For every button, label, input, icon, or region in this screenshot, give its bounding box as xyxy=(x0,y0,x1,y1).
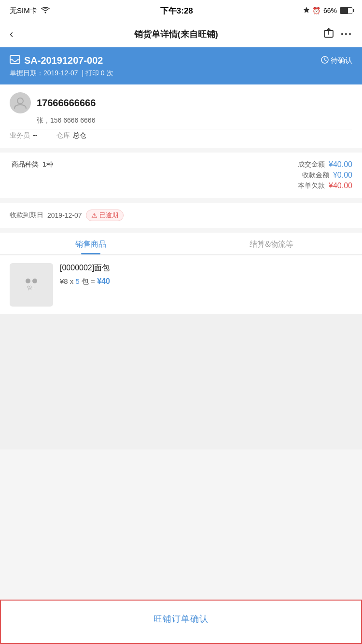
nav-bar: ‹ 销货单详情(来自旺铺) ··· xyxy=(0,21,362,47)
warning-icon: ⚠ xyxy=(91,211,97,219)
status-text: 待确认 xyxy=(331,56,352,65)
product-unit: 包 xyxy=(82,277,89,285)
battery-text: 66% xyxy=(323,7,337,14)
collected-amount-value: ¥0.00 xyxy=(333,171,352,180)
transaction-amount-row: 成交金额 ¥40.00 xyxy=(298,160,352,169)
alarm-icon: ⏰ xyxy=(312,7,320,14)
collected-amount-row: 收款金额 ¥0.00 xyxy=(302,171,352,180)
owl-eye-left xyxy=(26,279,30,283)
status-left: 无SIM卡 xyxy=(10,6,50,15)
confirm-button[interactable]: 旺铺订单确认 xyxy=(11,606,351,631)
product-total: ¥40 xyxy=(97,277,110,285)
svg-point-7 xyxy=(17,98,23,104)
product-quantity: 5 xyxy=(76,277,80,285)
owed-amount-row: 本单欠款 ¥40.00 xyxy=(298,182,352,190)
sales-rep-value: -- xyxy=(33,131,37,140)
due-date-value: 2019-12-07 xyxy=(47,211,82,219)
owl-logo: 管+ xyxy=(26,279,37,292)
product-item: 管+ [0000002]面包 ¥8 x 5 包 = ¥40 xyxy=(0,255,362,314)
owl-text: 管+ xyxy=(27,284,35,292)
avatar xyxy=(10,92,31,113)
status-time: 下午3:28 xyxy=(160,5,193,16)
summary-left: 商品种类 1种 xyxy=(10,160,53,170)
svg-point-0 xyxy=(44,12,46,13)
equals-sign: = xyxy=(91,277,97,285)
warehouse-item: 仓库 总仓 xyxy=(56,131,86,140)
transaction-amount-label: 成交金额 xyxy=(298,160,325,169)
owl-eye-right xyxy=(32,279,37,283)
overdue-badge: ⚠ 已逾期 xyxy=(86,210,124,221)
inbox-icon xyxy=(10,55,20,66)
order-header: SA-20191207-002 待确认 单据日期：2019-12-07 | 打印… xyxy=(0,47,362,84)
svg-line-6 xyxy=(325,60,326,61)
warehouse-value: 总仓 xyxy=(73,131,86,140)
product-type-label: 商品种类 xyxy=(12,160,39,168)
product-price-row: ¥8 x 5 包 = ¥40 xyxy=(60,277,352,286)
sales-rep-item: 业务员 -- xyxy=(10,131,37,140)
tabs-bar: 销售商品 结算&物流等 xyxy=(0,233,362,255)
multiply-sign: x xyxy=(70,277,76,285)
tab-sales-products[interactable]: 销售商品 xyxy=(0,233,181,254)
product-thumbnail: 管+ xyxy=(10,263,53,307)
carrier-text: 无SIM卡 xyxy=(10,6,37,15)
nav-actions: ··· xyxy=(323,28,352,41)
sales-rep-label: 业务员 xyxy=(10,131,30,140)
due-date-card: 收款到期日 2019-12-07 ⚠ 已逾期 xyxy=(0,203,362,228)
customer-card: 17666666666 张，156 6666 6666 业务员 -- 仓库 总仓 xyxy=(0,84,362,148)
product-type-value: 1种 xyxy=(42,160,53,168)
product-name: [0000002]面包 xyxy=(60,263,352,273)
transaction-amount-value: ¥40.00 xyxy=(329,160,352,169)
tab-settlement-logistics[interactable]: 结算&物流等 xyxy=(181,233,362,254)
status-bar: 无SIM卡 下午3:28 ⏰ 66% xyxy=(0,0,362,21)
order-meta: 单据日期：2019-12-07 | 打印 0 次 xyxy=(10,69,352,78)
overdue-text: 已逾期 xyxy=(99,211,118,220)
order-status: 待确认 xyxy=(321,56,352,65)
customer-name-phone: 张，156 6666 6666 xyxy=(37,116,352,125)
bottom-spacer xyxy=(0,314,362,449)
back-button[interactable]: ‹ xyxy=(10,28,29,41)
more-icon[interactable]: ··· xyxy=(341,28,352,41)
location-icon xyxy=(304,7,309,15)
wifi-icon xyxy=(41,7,50,15)
status-right: ⏰ 66% xyxy=(304,7,352,15)
share-icon[interactable] xyxy=(323,28,334,41)
product-type-row: 商品种类 1种 xyxy=(10,160,53,169)
summary-right: 成交金额 ¥40.00 收款金额 ¥0.00 本单欠款 ¥40.00 xyxy=(298,160,352,190)
owed-amount-label: 本单欠款 xyxy=(298,182,325,190)
svg-rect-3 xyxy=(10,56,20,63)
order-id-text: SA-20191207-002 xyxy=(24,55,103,66)
order-id: SA-20191207-002 xyxy=(10,55,103,66)
confirm-button-wrapper: 旺铺订单确认 xyxy=(0,600,362,644)
product-price: ¥8 xyxy=(60,277,68,285)
summary-card: 商品种类 1种 成交金额 ¥40.00 收款金额 ¥0.00 本单欠款 ¥40.… xyxy=(0,153,362,198)
warehouse-label: 仓库 xyxy=(56,131,70,140)
due-date-label: 收款到期日 xyxy=(10,211,43,220)
customer-phone: 17666666666 xyxy=(37,98,96,109)
clock-icon xyxy=(321,56,329,65)
collected-amount-label: 收款金额 xyxy=(302,171,329,180)
page-title: 销货单详情(来自旺铺) xyxy=(134,28,218,40)
owed-amount-value: ¥40.00 xyxy=(329,182,352,190)
customer-info-row: 业务员 -- 仓库 总仓 xyxy=(10,129,352,140)
product-info: [0000002]面包 ¥8 x 5 包 = ¥40 xyxy=(60,263,352,286)
battery-icon xyxy=(340,7,352,14)
